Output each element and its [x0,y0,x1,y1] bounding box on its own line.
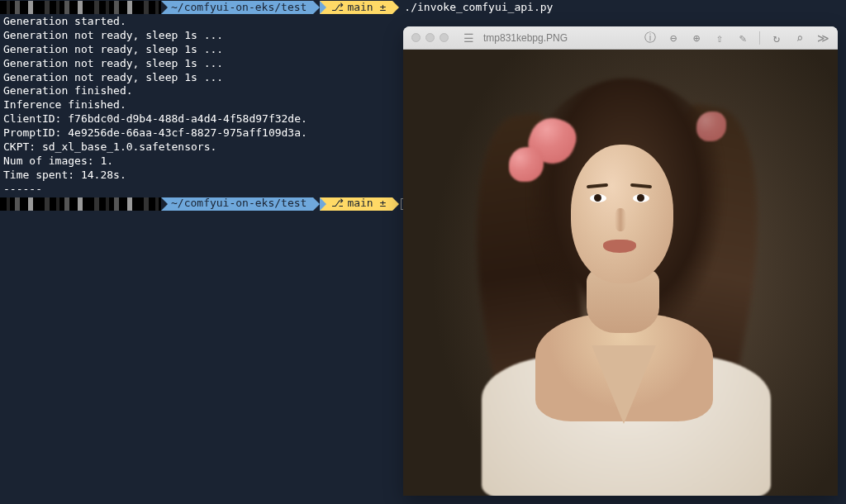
info-icon[interactable]: ⓘ [644,31,657,45]
redacted-hostname [0,1,161,14]
toolbar-divider [759,31,760,45]
maximize-button[interactable] [440,33,449,42]
branch-name: main ± [347,1,386,15]
traffic-lights [411,33,449,42]
command-text: ./invoke_comfyui_api.py [404,1,553,15]
branch-segment: ⎇ main ± [320,1,392,14]
edit-icon[interactable]: ✎ [736,31,749,45]
generated-image [403,50,838,496]
cwd-path: ~/comfyui-on-eks/test [171,1,307,15]
rotate-icon[interactable]: ↻ [770,31,783,45]
more-icon[interactable]: ≫ [816,31,829,45]
branch-segment: ⎇ main ± [320,197,392,211]
toolbar-right: ⓘ ⊖ ⊕ ⇧ ✎ ↻ ⌕ ≫ [644,31,829,45]
preview-toolbar: ☰ tmp831kebpg.PNG ⓘ ⊖ ⊕ ⇧ ✎ ↻ ⌕ ≫ [403,26,838,50]
minimize-button[interactable] [425,33,435,42]
preview-filename: tmp831kebpg.PNG [483,32,644,44]
zoom-in-icon[interactable]: ⊕ [690,31,703,45]
git-branch-icon: ⎇ [331,1,344,15]
prompt-line-1: ~/comfyui-on-eks/test ⎇ main ± ./invoke_… [0,0,846,15]
share-icon[interactable]: ⇧ [713,31,726,45]
cwd-path: ~/comfyui-on-eks/test [171,197,307,211]
close-button[interactable] [411,33,421,42]
preview-window[interactable]: ☰ tmp831kebpg.PNG ⓘ ⊖ ⊕ ⇧ ✎ ↻ ⌕ ≫ [403,26,838,496]
branch-name: main ± [347,197,386,211]
search-icon[interactable]: ⌕ [793,31,806,45]
path-segment: ~/comfyui-on-eks/test [161,1,313,14]
path-segment: ~/comfyui-on-eks/test [161,197,313,211]
git-branch-icon: ⎇ [331,197,344,211]
zoom-out-icon[interactable]: ⊖ [667,31,680,45]
sidebar-icon[interactable]: ☰ [462,31,475,45]
redacted-hostname [0,197,161,211]
